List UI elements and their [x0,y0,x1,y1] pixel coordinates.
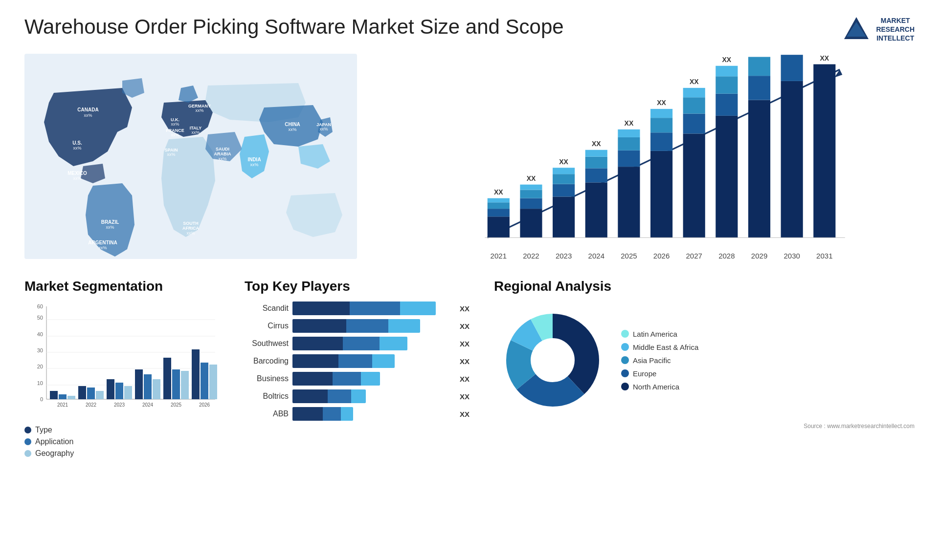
svg-text:10: 10 [37,380,43,386]
legend-middle-east-africa: Middle East & Africa [621,343,698,351]
svg-rect-45 [520,190,542,198]
svg-text:xx%: xx% [73,176,81,181]
svg-rect-90 [781,81,803,237]
svg-rect-67 [650,151,672,237]
svg-text:ARABIA: ARABIA [214,151,231,156]
player-row-7: ABB XX [245,407,470,421]
svg-text:2028: 2028 [718,252,735,260]
segmentation-legend: Type Application Geography [24,426,220,458]
map-container: CANADA xx% U.S. xx% MEXICO xx% BRAZIL xx… [24,54,357,264]
header: Warehouse Order Picking Software Market … [24,15,915,44]
svg-rect-37 [488,216,510,237]
svg-rect-79 [715,116,738,237]
north-america-dot [621,383,629,390]
svg-rect-80 [715,94,738,116]
svg-rect-86 [748,76,770,100]
svg-rect-49 [553,196,575,237]
svg-rect-112 [50,391,58,399]
world-map-svg: CANADA xx% U.S. xx% MEXICO xx% BRAZIL xx… [24,54,357,259]
segmentation-section: Market Segmentation 0 10 20 30 40 50 60 [24,279,220,461]
svg-rect-121 [115,383,123,399]
legend-europe: Europe [621,369,698,378]
svg-rect-124 [135,369,143,399]
svg-text:xx%: xx% [98,245,107,250]
svg-text:xx%: xx% [319,127,328,131]
svg-text:U.S.: U.S. [72,140,82,146]
player-row-3: Southwest XX [245,337,470,350]
logo-text: MARKET RESEARCH INTELLECT [876,16,915,43]
svg-rect-52 [553,168,575,174]
svg-text:20: 20 [37,364,43,369]
svg-text:XX: XX [690,78,699,86]
svg-text:XX: XX [657,99,666,107]
svg-rect-50 [553,184,575,197]
svg-text:SAUDI: SAUDI [216,147,229,151]
player-row-4: Barcoding XX [245,354,470,368]
svg-text:ARGENTINA: ARGENTINA [88,240,117,245]
svg-text:2025: 2025 [621,252,637,260]
svg-text:AFRICA: AFRICA [182,226,199,231]
svg-rect-76 [683,88,705,97]
svg-rect-133 [201,363,208,399]
legend-application: Application [24,437,220,446]
logo-icon [842,15,871,44]
svg-rect-129 [172,369,180,399]
svg-text:xx%: xx% [191,130,200,135]
svg-text:2024: 2024 [142,402,154,408]
type-dot [24,427,31,433]
source-text: Source : www.marketresearchintellect.com [494,423,915,430]
segmentation-chart: 0 10 20 30 40 50 60 2021 [24,302,220,419]
svg-text:XX: XX [494,188,503,196]
svg-rect-62 [618,151,640,167]
key-players-section: Top Key Players Scandit XX Cirrus [230,279,484,461]
svg-rect-87 [748,57,770,76]
svg-text:2022: 2022 [523,252,539,260]
svg-rect-55 [585,182,607,237]
svg-rect-128 [163,358,171,399]
svg-text:0: 0 [40,396,43,402]
svg-rect-74 [683,114,705,134]
svg-rect-118 [96,391,104,399]
svg-text:xx%: xx% [186,231,195,236]
svg-rect-134 [209,365,217,399]
svg-text:XX: XX [527,174,536,182]
svg-text:XX: XX [559,158,568,166]
segmentation-title: Market Segmentation [24,279,220,294]
svg-rect-73 [683,133,705,237]
legend-latin-america: Latin America [621,330,698,338]
svg-text:2023: 2023 [114,402,125,408]
svg-rect-68 [650,132,672,151]
svg-text:40: 40 [37,331,43,337]
bottom-section: Market Segmentation 0 10 20 30 40 50 60 [24,279,915,461]
svg-text:XX: XX [592,140,601,148]
regional-section: Regional Analysis [494,279,915,461]
page: Warehouse Order Picking Software Market … [0,0,939,560]
svg-rect-70 [650,109,672,118]
svg-rect-132 [192,349,200,399]
logo-area: MARKET RESEARCH INTELLECT [842,15,915,44]
svg-text:2023: 2023 [556,252,572,260]
svg-rect-120 [107,379,114,399]
svg-text:xx%: xx% [171,132,179,137]
svg-rect-40 [488,198,510,203]
svg-text:50: 50 [37,315,43,321]
svg-text:xx%: xx% [171,122,179,127]
svg-text:XX: XX [625,119,634,127]
growth-chart-container: 2021 XX 2022 XX 20 [377,54,915,264]
key-players-title: Top Key Players [245,279,470,294]
regional-wrapper: Latin America Middle East & Africa Asia … [494,302,915,419]
svg-text:2029: 2029 [751,252,767,260]
player-row-5: Business XX [245,372,470,386]
svg-rect-117 [87,388,95,399]
svg-text:INDIA: INDIA [247,157,261,162]
svg-text:60: 60 [37,303,43,309]
svg-rect-39 [488,202,510,209]
svg-rect-126 [153,379,160,399]
svg-rect-51 [553,174,575,184]
svg-text:xx%: xx% [195,108,203,113]
svg-text:xx%: xx% [167,152,175,157]
svg-text:BRAZIL: BRAZIL [101,219,119,225]
svg-rect-38 [488,209,510,216]
legend-asia-pacific: Asia Pacific [621,356,698,365]
svg-text:xx%: xx% [106,225,114,230]
